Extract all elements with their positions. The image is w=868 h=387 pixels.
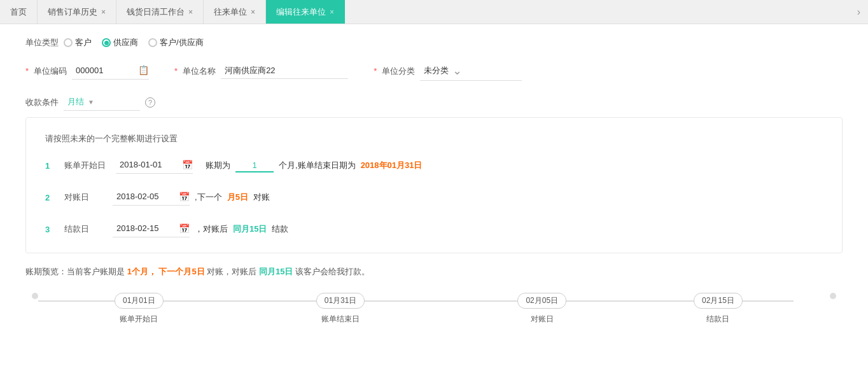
unit-name-field: * 单位名称 (174, 64, 348, 79)
step3-date-wrapper: 📅 (113, 221, 190, 237)
timeline-line-7 (743, 300, 794, 302)
radio-supplier[interactable]: 供应商 (102, 37, 138, 48)
payment-terms-field: 收款条件 月结 ▼ ? (25, 94, 155, 111)
unit-category-field: * 单位分类 未分类 ⌄ (374, 61, 522, 81)
tab-sales-history[interactable]: 销售订单历史 × (38, 0, 116, 24)
timeline-line-4 (441, 300, 517, 302)
unit-code-input[interactable] (72, 63, 136, 78)
radio-customer-circle (64, 38, 73, 47)
radio-both[interactable]: 客户/供应商 (148, 37, 204, 48)
step-row-2: 2 对账日 📅 ,下一个 月5日 对账 (45, 189, 823, 206)
timeline-wrapper: 01月01日 账单开始日 01月31日 账单结束日 02月05日 (25, 293, 843, 325)
step2-date-input[interactable] (113, 189, 176, 204)
step1-period-end: 2018年01月31日 (361, 160, 423, 171)
tab-edit-counterparty-close[interactable]: × (330, 8, 334, 17)
preview-part1: 1个月， (127, 267, 157, 276)
settings-card: 请按照未来的一个完整帐期进行设置 1 账单开始日 📅 账期为 个月,账单结束日期… (25, 117, 843, 253)
card-title: 请按照未来的一个完整帐期进行设置 (45, 133, 823, 144)
radio-both-circle (148, 38, 157, 47)
tab-more-button[interactable]: › (850, 0, 868, 24)
timeline-node-3: 02月05日 对账日 (441, 293, 643, 325)
unit-name-input[interactable] (221, 64, 348, 79)
step2-highlight: 月5日 (227, 192, 248, 203)
payment-terms-row: 收款条件 月结 ▼ ? (25, 94, 843, 111)
timeline-inner: 01月01日 账单开始日 01月31日 账单结束日 02月05日 (38, 293, 830, 325)
unit-category-value: 未分类 (424, 65, 449, 76)
tab-cashflow-close[interactable]: × (188, 8, 193, 17)
step2-desc-prefix: ,下一个 (195, 192, 222, 203)
step-label-3: 结款日 (64, 223, 102, 235)
timeline-bubble-4: 02月15日 (694, 293, 743, 309)
tab-edit-counterparty-label: 编辑往来单位 (276, 6, 326, 18)
tab-sales-history-close[interactable]: × (101, 8, 106, 17)
step3-date-input[interactable] (113, 221, 176, 236)
step-row-1: 1 账单开始日 📅 账期为 个月,账单结束日期为 2018年01月31日 (45, 157, 823, 174)
timeline-label-3: 对账日 (531, 314, 554, 325)
tab-cashflow[interactable]: 钱货日清工作台 × (116, 0, 204, 24)
timeline-label-1: 账单开始日 (120, 314, 158, 325)
timeline-label-4: 结款日 (706, 314, 729, 325)
unit-category-select[interactable]: 未分类 ⌄ (420, 61, 522, 81)
unit-code-label: 单位编码 (34, 66, 67, 77)
radio-customer[interactable]: 客户 (64, 37, 92, 48)
step1-date-input[interactable] (116, 157, 179, 172)
unit-name-required: * (174, 66, 178, 76)
timeline-label-2: 账单结束日 (321, 314, 360, 325)
unit-code-input-wrapper: 📋 (72, 63, 149, 80)
preview-part3: 对账，对账后 (207, 267, 256, 276)
timeline-start-dot (32, 293, 38, 299)
unit-category-required: * (374, 66, 377, 76)
payment-terms-select[interactable]: 月结 ▼ (64, 94, 140, 111)
preview-part4: 同月15日 (259, 267, 293, 276)
preview-part2: 下一个月5日 (158, 267, 204, 276)
tab-edit-counterparty[interactable]: 编辑往来单位 × (266, 0, 345, 24)
timeline-bubble-3: 02月05日 (517, 293, 566, 309)
step3-desc-prefix: ，对账后 (195, 223, 228, 235)
payment-terms-help[interactable]: ? (145, 97, 155, 108)
timeline-bubble-2: 01月31日 (316, 293, 365, 309)
tab-cashflow-label: 钱货日清工作台 (127, 6, 185, 18)
unit-code-required: * (25, 66, 29, 76)
payment-terms-chevron: ▼ (88, 99, 94, 106)
timeline-line-2 (240, 300, 316, 302)
timeline-line-3 (365, 300, 441, 302)
step-content-1: 📅 账期为 个月,账单结束日期为 2018年01月31日 (116, 157, 823, 174)
radio-supplier-circle (102, 38, 111, 47)
tab-home-label: 首页 (10, 6, 27, 18)
tab-home[interactable]: 首页 (0, 0, 38, 24)
timeline-end-dot (830, 293, 836, 299)
step-number-1: 1 (45, 161, 54, 171)
timeline-node-4: 02月15日 结款日 (643, 293, 794, 325)
timeline-bubble-1: 01月01日 (115, 293, 164, 309)
step-content-2: 📅 ,下一个 月5日 对账 (113, 189, 823, 206)
radio-group: 客户 供应商 客户/供应商 (64, 37, 204, 48)
unit-type-row: 单位类型 客户 供应商 客户/供应商 (25, 37, 843, 48)
step1-period-prefix: 账期为 (206, 160, 230, 171)
step3-cal-icon[interactable]: 📅 (179, 223, 190, 234)
tab-counterparty-close[interactable]: × (251, 8, 255, 17)
unit-category-chevron: ⌄ (452, 64, 462, 78)
unit-category-label: 单位分类 (382, 66, 415, 77)
radio-customer-label: 客户 (75, 37, 92, 48)
tab-bar: 首页 销售订单历史 × 钱货日清工作台 × 往来单位 × 编辑往来单位 × › (0, 0, 868, 24)
tab-counterparty[interactable]: 往来单位 × (204, 0, 266, 24)
unit-code-icon[interactable]: 📋 (138, 65, 149, 75)
preview-suffix: 该客户会给我打款。 (295, 267, 370, 276)
step1-date-wrapper: 📅 (116, 157, 193, 174)
tab-counterparty-label: 往来单位 (214, 6, 247, 18)
preview-section: 账期预览：当前客户账期是 1个月， 下一个月5日 对账，对账后 同月15日 该客… (25, 266, 843, 278)
step2-date-wrapper: 📅 (113, 189, 190, 206)
step1-cal-icon[interactable]: 📅 (182, 160, 193, 170)
preview-prefix: 账期预览：当前客户账期是 (25, 267, 125, 276)
unit-code-field: * 单位编码 📋 (25, 63, 149, 80)
step-label-1: 账单开始日 (64, 160, 106, 171)
step1-period-input[interactable] (235, 159, 274, 172)
step-content-3: 📅 ，对账后 同月15日 结款 (113, 221, 823, 237)
timeline-line-1 (164, 300, 240, 302)
timeline-line-5 (566, 300, 643, 302)
step2-cal-icon[interactable]: 📅 (179, 192, 190, 202)
step2-desc-suffix: 对账 (253, 192, 270, 203)
step-number-3: 3 (45, 225, 54, 234)
timeline-node-2: 01月31日 账单结束日 (240, 293, 442, 325)
unit-type-label: 单位类型 (25, 37, 59, 48)
